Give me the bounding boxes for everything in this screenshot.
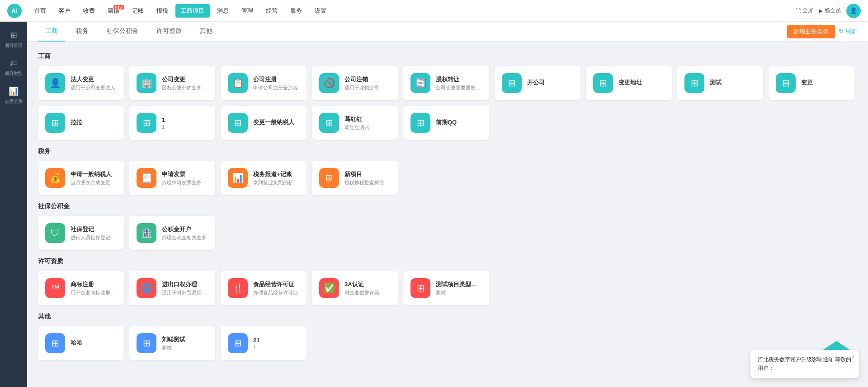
社保登记-info: 社保登记进行人员社保登记 (71, 225, 117, 241)
进出口权办理-icon: 🌐 (137, 278, 156, 298)
card-食品经营许可证[interactable]: 🍴食品经营许可证办理食品经营许可证 (221, 271, 307, 305)
card-3A认证[interactable]: ✅3A认证对企业信誉评级 (312, 271, 398, 305)
tab-items: 工商税务社保公积金许可资质其他 (38, 22, 223, 42)
user-avatar[interactable]: 👤 (846, 4, 861, 18)
fullscreen-btn[interactable]: ⛶ 全屏 (795, 7, 813, 14)
section-title-其他: 其他 (38, 312, 857, 321)
sidebar-item-进度监测[interactable]: 📊 进度监测 (0, 81, 27, 109)
card-变更地址[interactable]: ⊞变更地址 (586, 66, 672, 100)
nav-item-服务[interactable]: 服务 (285, 4, 307, 18)
vip-btn[interactable]: ▶ 畅会员 (819, 7, 841, 14)
开公司-title: 开公司 (527, 79, 573, 87)
card-开公司[interactable]: ⊞开公司 (495, 66, 580, 100)
申请发票-desc: 办理申请发票业务 (162, 179, 208, 186)
notification-text: 河北税务数字账户升级影响通知 尊敬的用户： (758, 355, 852, 373)
社保登记-desc: 进行人员社保登记 (71, 234, 117, 241)
tab-税务[interactable]: 税务 (69, 22, 96, 42)
新项目-icon: ⊞ (319, 168, 339, 188)
card-测试项目类型目定义[interactable]: ⊞测试项目类型目定义测试 (403, 271, 489, 305)
nav-item-消息[interactable]: 消息 (212, 4, 234, 18)
3A认证-desc: 对企业信誉评级 (344, 289, 391, 296)
刘聪测试-info: 刘聪测试测试 (162, 336, 208, 351)
sidebar-item-项目类型[interactable]: 🏷 项目类型 (0, 53, 27, 81)
card-法人变更[interactable]: 👤法人变更适用于公司变更法人 (38, 66, 124, 100)
法人变更-icon: 👤 (45, 73, 65, 93)
3A认证-info: 3A认证对企业信誉评级 (344, 280, 391, 296)
21-desc: 1 (253, 345, 299, 350)
21-title: 21 (253, 337, 299, 344)
card-商标注册[interactable]: ™商标注册用于企业商标注册服务 (38, 271, 124, 305)
变更地址-icon: ⊞ (593, 73, 613, 93)
section-title-工商: 工商 (38, 52, 857, 61)
card-申请发票[interactable]: 🧾申请发票办理申请发票业务 (129, 161, 215, 195)
card-进出口权办理[interactable]: 🌐进出口权办理适用于对外贸易经营者 (129, 271, 215, 305)
拉拉-info: 拉拉 (71, 118, 117, 127)
card-公积金开户[interactable]: 🏦公积金开户办理公积金相关业务 (129, 216, 215, 250)
nav-item-首页[interactable]: 首页 (29, 4, 52, 18)
sidebar-item-项目管理[interactable]: ⊞ 项目管理 (0, 25, 27, 53)
公积金开户-desc: 办理公积金相关业务 (162, 234, 208, 241)
card-社保登记[interactable]: 🛡社保登记进行人员社保登记 (38, 216, 124, 250)
开公司-info: 开公司 (527, 79, 573, 88)
申请发票-info: 申请发票办理申请发票业务 (162, 170, 208, 186)
nav-item-票据[interactable]: 票据new (102, 4, 125, 18)
card-变更一般纳税人[interactable]: ⊞变更一般纳税人 (221, 106, 307, 140)
哈哈-info: 哈哈 (71, 339, 117, 348)
card-前期QQ[interactable]: ⊞前期QQ (403, 106, 489, 140)
刘聪测试-icon: ⊞ (137, 333, 156, 353)
tab-工商[interactable]: 工商 (38, 22, 65, 42)
sidebar-label: 项目类型 (5, 70, 23, 77)
葛红红-info: 葛红红葛红红测试 (344, 115, 391, 131)
股权转让-info: 股权转让公司变更需要股权转让 (436, 75, 482, 91)
tab-其他[interactable]: 其他 (193, 22, 220, 42)
nav-badge: new (113, 5, 124, 9)
cards-grid-许可资质: ™商标注册用于企业商标注册服务🌐进出口权办理适用于对外贸易经营者🍴食品经营许可证… (38, 271, 857, 305)
card-税务报道+记账[interactable]: 📊税务报道+记账拿到营业执照的新公司 (221, 161, 307, 195)
申请一般纳税人-desc: 当月或次月成变更完成 (71, 179, 117, 186)
tab-社保公积金[interactable]: 社保公积金 (99, 22, 146, 42)
nav-item-工商项目[interactable]: 工商项目 (175, 4, 210, 18)
nav-item-客户[interactable]: 客户 (53, 4, 76, 18)
card-股权转让[interactable]: 🔄股权转让公司变更需要股权转让 (403, 66, 489, 100)
card-公司注册[interactable]: 📋公司注册申请公司注册全流程 (221, 66, 307, 100)
测试项目类型目定义-title: 测试项目类型目定义 (436, 280, 482, 289)
card-21[interactable]: ⊞211 (221, 326, 307, 360)
main-content: 工商税务社保公积金许可资质其他 新增业务类型 ↻ 刷新 工商👤法人变更适用于公司… (27, 22, 868, 387)
nav-item-经营[interactable]: 经营 (260, 4, 283, 18)
测试项目类型目定义-info: 测试项目类型目定义测试 (436, 280, 482, 296)
nav-item-收费[interactable]: 收费 (78, 4, 100, 18)
21-info: 211 (253, 337, 299, 350)
进出口权办理-info: 进出口权办理适用于对外贸易经营者 (162, 280, 208, 296)
card-新项目[interactable]: ⊞新项目报税加税控盘保管 (312, 161, 398, 195)
变更-icon: ⊞ (776, 73, 796, 93)
sidebar-icon: ⊞ (8, 30, 19, 41)
进出口权办理-desc: 适用于对外贸易经营者 (162, 289, 208, 296)
nav-item-设置[interactable]: 设置 (309, 4, 332, 18)
new-type-button[interactable]: 新增业务类型 (787, 25, 835, 38)
公司变更-info: 公司变更股权变更外的业务变更 (162, 75, 208, 91)
nav-item-记账[interactable]: 记账 (127, 4, 149, 18)
nav-item-管理[interactable]: 管理 (236, 4, 259, 18)
变更-title: 变更 (801, 79, 847, 87)
card-公司变更[interactable]: 🏢公司变更股权变更外的业务变更 (129, 66, 215, 100)
card-1[interactable]: ⊞11 (129, 106, 215, 140)
card-公司注销[interactable]: 🚫公司注销适用于注销公司 (312, 66, 398, 100)
新项目-title: 新项目 (344, 170, 391, 178)
card-刘聪测试[interactable]: ⊞刘聪测试测试 (129, 326, 215, 360)
card-变更[interactable]: ⊞变更 (769, 66, 854, 100)
notification-close-button[interactable]: × (851, 354, 854, 360)
card-哈哈[interactable]: ⊞哈哈 (38, 326, 124, 360)
nav-right: ⛶ 全屏 ▶ 畅会员 👤 (795, 4, 861, 18)
公积金开户-info: 公积金开户办理公积金相关业务 (162, 225, 208, 241)
refresh-button[interactable]: ↻ 刷新 (839, 28, 857, 36)
商标注册-info: 商标注册用于企业商标注册服务 (71, 280, 117, 296)
card-拉拉[interactable]: ⊞拉拉 (38, 106, 124, 140)
nav-item-报税[interactable]: 报税 (151, 4, 174, 18)
card-葛红红[interactable]: ⊞葛红红葛红红测试 (312, 106, 398, 140)
测试项目类型目定义-desc: 测试 (436, 289, 482, 296)
sidebar-icon: 🏷 (8, 58, 19, 69)
card-申请一般纳税人[interactable]: 💰申请一般纳税人当月或次月成变更完成 (38, 161, 124, 195)
公司注册-icon: 📋 (228, 73, 248, 93)
tab-许可资质[interactable]: 许可资质 (149, 22, 189, 42)
card-测试[interactable]: ⊞测试 (677, 66, 763, 100)
